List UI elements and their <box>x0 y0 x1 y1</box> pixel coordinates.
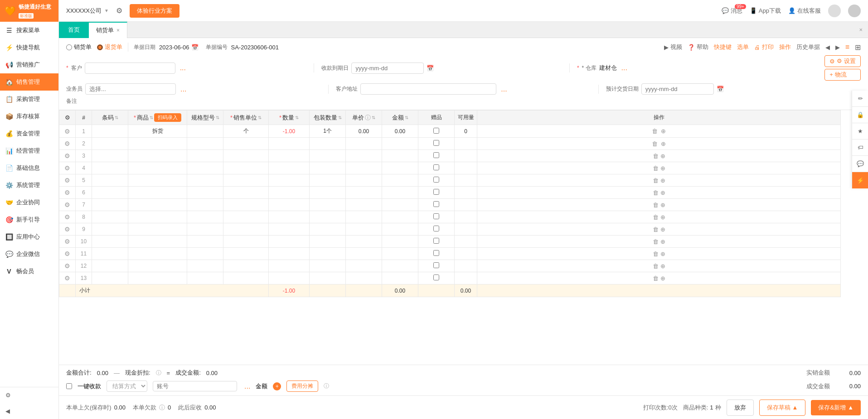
company-selector[interactable]: XXXXXX公司 ▼ <box>66 7 109 15</box>
cell-gift[interactable] <box>418 187 455 199</box>
cell-price[interactable] <box>346 211 382 223</box>
cell-spec[interactable] <box>187 187 223 199</box>
radio-sales-order[interactable]: 销货单 <box>66 43 92 51</box>
cell-qty[interactable] <box>269 248 310 260</box>
delete-icon[interactable]: 🗑 <box>653 238 659 245</box>
cell-gear[interactable]: ⚙ <box>59 150 76 162</box>
salesperson-dotdot[interactable]: ... <box>180 85 186 93</box>
customer-dotdot[interactable]: ... <box>180 64 186 72</box>
cell-barcode[interactable] <box>92 174 128 187</box>
copy-icon[interactable]: ⊕ <box>661 128 666 135</box>
cell-gear[interactable]: ⚙ <box>59 174 76 187</box>
cell-product[interactable] <box>128 162 187 174</box>
right-float-action[interactable]: ⚡ <box>852 172 868 188</box>
cell-gift[interactable] <box>418 211 455 223</box>
cell-qty[interactable] <box>269 138 310 150</box>
radio-return-order[interactable]: 退货单 <box>97 43 122 51</box>
cell-gear[interactable]: ⚙ <box>59 162 76 174</box>
sidebar-item-newbie[interactable]: 🎯 新手引导 <box>0 211 58 228</box>
cell-product[interactable]: 拆货 <box>128 125 187 138</box>
cell-barcode[interactable] <box>92 236 128 248</box>
online-service-btn[interactable]: 👤 在线客服 <box>788 7 821 15</box>
copy-icon[interactable]: ⊕ <box>660 263 665 270</box>
operation-action-btn[interactable]: 操作 <box>779 43 791 51</box>
cell-price[interactable] <box>346 187 382 199</box>
copy-icon[interactable]: ⊕ <box>660 250 665 257</box>
cell-barcode[interactable] <box>92 211 128 223</box>
delete-icon[interactable]: 🗑 <box>653 165 659 172</box>
payment-calendar-icon[interactable]: 📅 <box>427 65 434 72</box>
right-float-star[interactable]: ★ <box>852 123 868 140</box>
cell-qty[interactable] <box>269 211 310 223</box>
cell-barcode[interactable] <box>92 125 128 138</box>
cell-gear[interactable]: ⚙ <box>59 260 76 272</box>
cell-gift[interactable] <box>418 260 455 272</box>
cell-barcode[interactable] <box>92 223 128 236</box>
cell-spec[interactable] <box>187 125 223 138</box>
delete-icon[interactable]: 🗑 <box>653 226 659 233</box>
sidebar-item-finance[interactable]: 💰 资金管理 <box>0 125 58 142</box>
cell-qty[interactable] <box>269 260 310 272</box>
delete-icon[interactable]: 🗑 <box>652 128 658 135</box>
shortcut-action-btn[interactable]: 快捷键 <box>714 43 732 51</box>
cell-price[interactable] <box>346 138 382 150</box>
copy-icon[interactable]: ⊕ <box>660 275 665 282</box>
select-action-btn[interactable]: 选单 <box>737 43 749 51</box>
delete-icon[interactable]: 🗑 <box>653 189 659 196</box>
payment-date-input[interactable] <box>351 63 424 74</box>
cell-price[interactable] <box>346 150 382 162</box>
cell-qty[interactable] <box>269 162 310 174</box>
cell-gear[interactable]: ⚙ <box>59 211 76 223</box>
cell-qty[interactable] <box>269 174 310 187</box>
cell-spec[interactable] <box>187 248 223 260</box>
copy-icon[interactable]: ⊕ <box>660 202 665 208</box>
sidebar-item-quick-nav[interactable]: ⚡ 快捷导航 <box>0 39 58 56</box>
delete-icon[interactable]: 🗑 <box>653 214 659 221</box>
cell-product[interactable] <box>128 187 187 199</box>
account-input[interactable] <box>153 381 237 391</box>
delete-icon[interactable]: 🗑 <box>653 250 659 257</box>
cell-price[interactable] <box>346 248 382 260</box>
cell-spec[interactable] <box>187 150 223 162</box>
cell-gear[interactable]: ⚙ <box>59 236 76 248</box>
cell-product[interactable] <box>128 272 187 284</box>
cell-product[interactable] <box>128 150 187 162</box>
cell-qty[interactable] <box>269 150 310 162</box>
right-float-edit[interactable]: ✏ <box>852 91 868 107</box>
delete-icon[interactable]: 🗑 <box>653 153 659 159</box>
cell-barcode[interactable] <box>92 248 128 260</box>
cell-price[interactable] <box>346 162 382 174</box>
app-download-btn[interactable]: 📱 App下载 <box>750 7 781 15</box>
expected-delivery-input[interactable] <box>641 83 714 95</box>
cell-qty[interactable] <box>269 199 310 211</box>
customer-input[interactable] <box>85 63 175 74</box>
sidebar-item-marketing[interactable]: 📢 营销推广 <box>0 56 58 73</box>
customer-address-input[interactable] <box>360 83 496 95</box>
settings-btn[interactable]: ⚙ ⚙ 设置 <box>824 55 861 67</box>
tab-sales-order[interactable]: 销货单 × <box>89 22 127 38</box>
cell-price[interactable] <box>346 260 382 272</box>
cell-spec[interactable] <box>187 260 223 272</box>
cell-product[interactable] <box>128 211 187 223</box>
cell-gift[interactable] <box>418 272 455 284</box>
one-click-payment-checkbox[interactable] <box>66 383 72 389</box>
history-action-btn[interactable]: 历史单据 <box>796 43 820 51</box>
sidebar-item-purchase[interactable]: 📋 采购管理 <box>0 91 58 108</box>
message-btn[interactable]: 💬 消息 99+ <box>722 7 742 15</box>
cell-spec[interactable] <box>187 211 223 223</box>
sidebar-item-system[interactable]: ⚙️ 系统管理 <box>0 177 58 194</box>
cell-gift[interactable] <box>418 150 455 162</box>
delete-icon[interactable]: 🗑 <box>652 140 658 147</box>
nav-next-btn[interactable]: ▶ <box>835 44 840 51</box>
sidebar-item-base-info[interactable]: 📄 基础信息 <box>0 159 58 177</box>
cell-qty[interactable] <box>269 187 310 199</box>
th-gear[interactable]: ⚙ <box>59 111 76 125</box>
sidebar-item-enterprise-wechat[interactable]: 💬 企业微信 <box>0 246 58 263</box>
copy-icon[interactable]: ⊕ <box>660 214 665 221</box>
scan-btn[interactable]: 扫码录入 <box>154 113 181 122</box>
trial-btn[interactable]: 体验行业方案 <box>130 4 179 18</box>
delete-icon[interactable]: 🗑 <box>653 263 659 270</box>
sidebar-settings[interactable]: ⚙ <box>0 387 58 403</box>
topbar-gear-icon[interactable]: ⚙ <box>116 6 122 15</box>
sidebar-item-inventory[interactable]: 📦 库存核算 <box>0 108 58 125</box>
